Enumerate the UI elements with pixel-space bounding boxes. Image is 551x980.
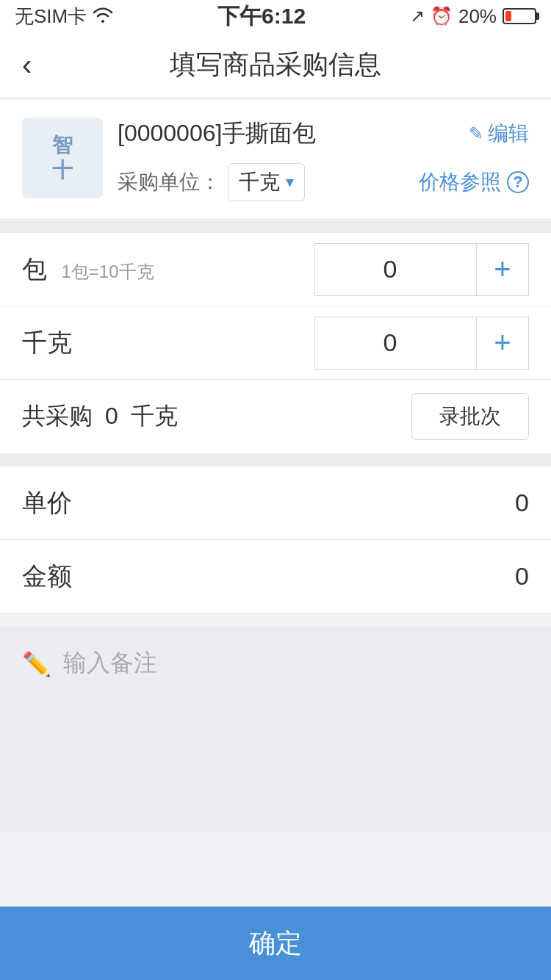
back-button[interactable]: ‹ <box>22 48 32 82</box>
wifi-icon <box>93 5 113 28</box>
dropdown-arrow-icon: ▾ <box>286 173 294 192</box>
amount-value: 0 <box>515 562 529 591</box>
status-bar: 无SIM卡 下午6:12 ↗ ⏰ 20% <box>0 0 551 32</box>
status-left: 无SIM卡 <box>15 4 113 29</box>
unit-label: 采购单位： <box>118 168 220 196</box>
status-right: ↗ ⏰ 20% <box>410 5 536 28</box>
edit-label: 编辑 <box>488 120 529 148</box>
carrier-text: 无SIM卡 <box>15 4 87 29</box>
product-name-row: [0000006]手撕面包 ✎ 编辑 <box>118 118 529 150</box>
bao-label: 包 <box>22 255 47 283</box>
nav-bar: ‹ 填写商品采购信息 <box>0 32 551 98</box>
product-card: 智 十 [0000006]手撕面包 ✎ 编辑 采购单位： 千克 ▾ 价格参照 ? <box>0 100 551 220</box>
note-section[interactable]: ✏️ 输入备注 <box>0 627 551 832</box>
qianke-label: 千克 <box>22 326 314 360</box>
qianke-input-wrapper: + <box>314 317 529 370</box>
qianke-input[interactable] <box>314 317 476 370</box>
price-ref-info-icon: ? <box>507 171 529 193</box>
amount-label: 金额 <box>22 560 72 594</box>
battery-percent: 20% <box>458 5 497 28</box>
summary-label: 共采购 <box>22 403 93 429</box>
unit-price-label: 单价 <box>22 486 72 520</box>
bao-sublabel: 1包=10千克 <box>61 262 154 281</box>
unit-price-value: 0 <box>515 489 529 517</box>
unit-select[interactable]: 千克 ▾ <box>228 163 305 201</box>
bao-input[interactable] <box>314 243 476 296</box>
confirm-button[interactable]: 确定 <box>0 907 551 980</box>
battery-icon <box>503 8 536 24</box>
product-image: 智 十 <box>22 118 103 198</box>
unit-price-row: 单价 0 <box>0 466 551 540</box>
product-unit-row: 采购单位： 千克 ▾ 价格参照 ? <box>118 163 529 201</box>
summary-value: 0 <box>105 403 118 429</box>
section-divider-2 <box>0 453 551 466</box>
alarm-icon: ⏰ <box>431 6 453 26</box>
qianke-plus-button[interactable]: + <box>476 317 529 370</box>
bao-input-wrapper: + <box>314 243 529 296</box>
unit-value: 千克 <box>239 168 280 196</box>
summary-unit: 千克 <box>131 403 178 429</box>
product-name: [0000006]手撕面包 <box>118 118 316 150</box>
price-section: 单价 0 金额 0 <box>0 466 551 613</box>
status-time: 下午6:12 <box>217 1 306 32</box>
bao-label-wrapper: 包 1包=10千克 <box>22 253 314 287</box>
product-info: [0000006]手撕面包 ✎ 编辑 采购单位： 千克 ▾ 价格参照 ? <box>118 118 529 201</box>
summary-text: 共采购 0 千克 <box>22 400 178 433</box>
summary-row: 共采购 0 千克 录批次 <box>0 380 551 453</box>
location-icon: ↗ <box>410 6 425 26</box>
bao-input-row: 包 1包=10千克 + <box>0 233 551 306</box>
edit-button[interactable]: ✎ 编辑 <box>469 120 529 148</box>
input-section: 包 1包=10千克 + 千克 + <box>0 233 551 380</box>
batch-button[interactable]: 录批次 <box>411 393 529 440</box>
section-divider-1 <box>0 220 551 233</box>
amount-row: 金额 0 <box>0 540 551 613</box>
product-logo: 智 十 <box>52 133 73 182</box>
note-placeholder: 输入备注 <box>63 647 157 680</box>
price-ref-label: 价格参照 <box>419 168 501 196</box>
pencil-icon: ✏️ <box>22 650 51 678</box>
price-ref-button[interactable]: 价格参照 ? <box>419 168 529 196</box>
bao-plus-button[interactable]: + <box>476 243 529 296</box>
qianke-input-row: 千克 + <box>0 306 551 380</box>
edit-icon: ✎ <box>469 123 483 144</box>
confirm-button-label: 确定 <box>249 926 302 962</box>
page-title: 填写商品采购信息 <box>170 47 381 83</box>
